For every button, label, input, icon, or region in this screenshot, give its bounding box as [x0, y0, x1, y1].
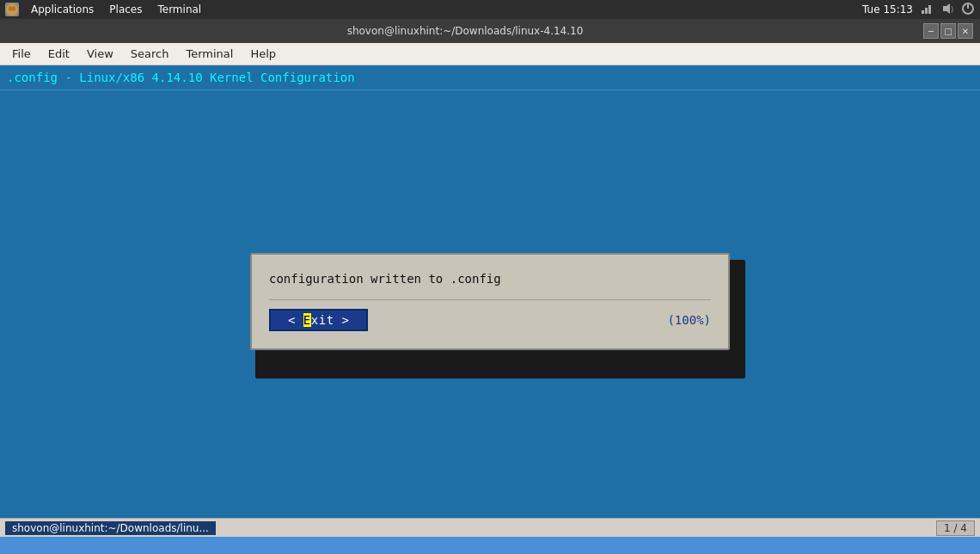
tab-indicator: 1 / 4	[936, 520, 975, 536]
network-icon	[920, 2, 934, 18]
svg-marker-6	[943, 3, 950, 14]
exit-button-text: Exit	[303, 313, 334, 327]
volume-icon: )	[940, 2, 954, 18]
menu-bar: File Edit View Search Terminal Help	[0, 43, 980, 65]
clock: Tue 15:13	[862, 3, 913, 15]
window-controls: ─ □ ✕	[923, 23, 973, 39]
close-button[interactable]: ✕	[958, 23, 973, 39]
system-bar: Applications Places Terminal Tue 15:13 )	[0, 0, 980, 19]
menu-search[interactable]: Search	[122, 45, 178, 63]
exit-highlight-e: E	[303, 313, 311, 327]
svg-rect-4	[925, 8, 928, 14]
progress-text: (100%)	[667, 313, 711, 327]
terminal-menu[interactable]: Terminal	[150, 2, 208, 17]
menu-file[interactable]: File	[3, 45, 40, 63]
menu-view[interactable]: View	[78, 45, 122, 63]
dialog-backdrop: configuration written to .config < Exit …	[0, 65, 980, 537]
title-bar: shovon@linuxhint:~/Downloads/linux-4.14.…	[0, 19, 980, 43]
status-bar: shovon@linuxhint:~/Downloads/linu... 1 /…	[0, 518, 980, 537]
menu-edit[interactable]: Edit	[40, 45, 78, 63]
system-bar-left: Applications Places Terminal	[5, 2, 208, 17]
svg-point-2	[12, 6, 15, 11]
power-icon	[961, 2, 975, 18]
svg-rect-3	[922, 10, 924, 14]
maximize-button[interactable]: □	[940, 23, 956, 39]
terminal-area: .config - Linux/x86 4.14.10 Kernel Confi…	[0, 65, 980, 537]
svg-text:): )	[951, 6, 953, 14]
svg-point-1	[9, 6, 12, 11]
dialog-separator	[269, 299, 711, 300]
svg-point-0	[6, 3, 18, 15]
dialog-box: configuration written to .config < Exit …	[250, 253, 730, 350]
places-menu[interactable]: Places	[102, 2, 149, 17]
system-bar-right: Tue 15:13 )	[862, 2, 975, 18]
menu-help[interactable]: Help	[242, 45, 285, 63]
exit-button[interactable]: < Exit >	[269, 309, 368, 331]
terminal-tab-label[interactable]: shovon@linuxhint:~/Downloads/linu...	[5, 521, 216, 535]
window-title: shovon@linuxhint:~/Downloads/linux-4.14.…	[7, 25, 923, 37]
dialog-message: configuration written to .config	[269, 272, 711, 286]
menu-terminal[interactable]: Terminal	[177, 45, 242, 63]
svg-rect-5	[928, 5, 931, 14]
dialog-footer: < Exit > (100%)	[269, 309, 711, 331]
applications-menu[interactable]: Applications	[24, 2, 101, 17]
gnome-foot-icon	[5, 3, 19, 16]
minimize-button[interactable]: ─	[923, 23, 939, 39]
